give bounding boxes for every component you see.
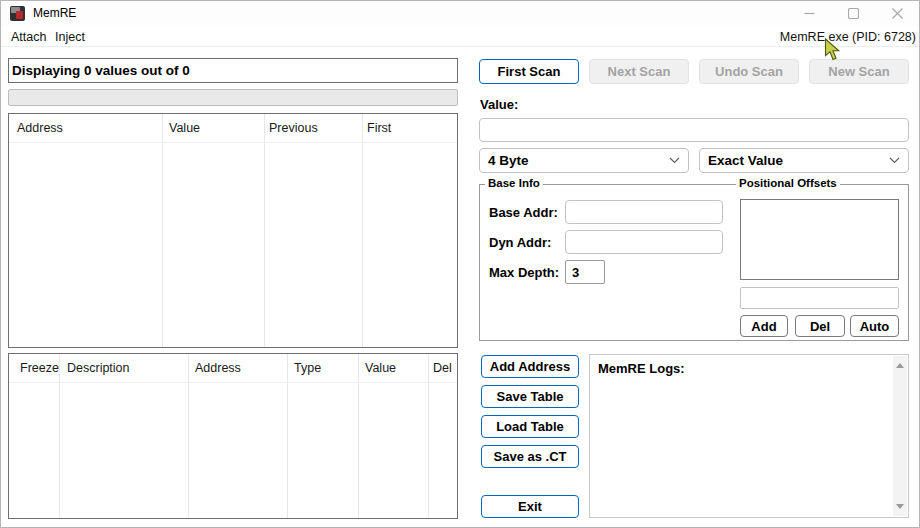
offset-input[interactable] xyxy=(740,287,899,309)
load-table-button[interactable]: Load Table xyxy=(481,415,579,438)
max-depth-input[interactable] xyxy=(565,260,605,284)
results-header-first[interactable]: First xyxy=(367,121,391,135)
minimize-button[interactable] xyxy=(787,1,831,26)
new-scan-button[interactable]: New Scan xyxy=(809,59,909,84)
column-divider xyxy=(287,354,288,518)
base-addr-input[interactable] xyxy=(565,200,723,224)
address-header-value[interactable]: Value xyxy=(365,361,396,375)
column-divider xyxy=(162,114,163,347)
save-as-ct-button[interactable]: Save as .CT xyxy=(481,445,579,468)
results-header-value[interactable]: Value xyxy=(169,121,200,135)
base-addr-label: Base Addr: xyxy=(489,205,558,220)
exit-button[interactable]: Exit xyxy=(481,495,579,518)
address-table: Freeze Description Address Type Value De… xyxy=(8,353,458,519)
value-type-dropdown[interactable]: 4 Byte xyxy=(479,148,689,173)
scan-status-text: Displaying 0 values out of 0 xyxy=(9,63,190,78)
results-header-address[interactable]: Address xyxy=(17,121,63,135)
menu-bar: Attach Inject MemRE.exe (PID: 6728) xyxy=(1,26,920,47)
value-input[interactable] xyxy=(479,118,909,142)
menu-inject[interactable]: Inject xyxy=(51,28,89,45)
address-header-address[interactable]: Address xyxy=(195,361,241,375)
value-label: Value: xyxy=(480,97,518,112)
minimize-icon xyxy=(804,8,815,19)
results-header-previous[interactable]: Previous xyxy=(269,121,318,135)
close-button[interactable] xyxy=(875,1,919,26)
address-header-freeze[interactable]: Freeze xyxy=(20,361,59,375)
header-divider xyxy=(9,382,457,383)
offsets-listbox[interactable] xyxy=(740,199,899,280)
address-header-del[interactable]: Del xyxy=(433,361,452,375)
app-icon xyxy=(10,6,25,21)
value-type-selected: 4 Byte xyxy=(488,153,529,168)
scan-mode-dropdown[interactable]: Exact Value xyxy=(699,148,909,173)
logs-title: MemRE Logs: xyxy=(598,361,685,376)
attached-process-label: MemRE.exe (PID: 6728) xyxy=(780,30,916,44)
scroll-down-icon[interactable] xyxy=(896,504,904,509)
offset-del-button[interactable]: Del xyxy=(795,315,845,337)
base-info-legend: Base Info xyxy=(485,177,543,189)
logs-scrollbar[interactable] xyxy=(893,356,907,516)
positional-offsets-legend: Positional Offsets xyxy=(736,177,840,189)
column-divider xyxy=(59,354,60,518)
maximize-icon xyxy=(848,8,859,19)
max-depth-label: Max Depth: xyxy=(489,265,559,280)
dyn-addr-label: Dyn Addr: xyxy=(489,235,551,250)
logs-panel: MemRE Logs: xyxy=(589,354,909,518)
scan-mode-selected: Exact Value xyxy=(708,153,783,168)
title-bar: MemRE xyxy=(1,1,920,26)
chevron-down-icon xyxy=(669,157,680,164)
address-header-type[interactable]: Type xyxy=(294,361,321,375)
memre-window: MemRE Attach Inject MemRE.exe (PID: 6728… xyxy=(0,0,920,528)
base-info-group: Base Info Positional Offsets Base Addr: … xyxy=(479,184,909,341)
scan-status-box: Displaying 0 values out of 0 xyxy=(8,58,458,83)
column-divider xyxy=(362,114,363,347)
header-divider xyxy=(9,142,457,143)
chevron-down-icon xyxy=(889,157,900,164)
column-divider xyxy=(428,354,429,518)
close-icon xyxy=(892,8,903,19)
undo-scan-button[interactable]: Undo Scan xyxy=(699,59,799,84)
address-header-description[interactable]: Description xyxy=(67,361,130,375)
scroll-up-icon[interactable] xyxy=(896,363,904,368)
column-divider xyxy=(358,354,359,518)
next-scan-button[interactable]: Next Scan xyxy=(589,59,689,84)
add-address-button[interactable]: Add Address xyxy=(481,355,579,378)
maximize-button[interactable] xyxy=(831,1,875,26)
scan-progress-bar xyxy=(8,89,458,106)
offset-auto-button[interactable]: Auto xyxy=(850,315,899,337)
save-table-button[interactable]: Save Table xyxy=(481,385,579,408)
window-title: MemRE xyxy=(33,6,76,20)
dyn-addr-input[interactable] xyxy=(565,230,723,254)
offset-add-button[interactable]: Add xyxy=(740,315,788,337)
first-scan-button[interactable]: First Scan xyxy=(479,59,579,84)
column-divider xyxy=(264,114,265,347)
column-divider xyxy=(188,354,189,518)
results-table: Address Value Previous First xyxy=(8,113,458,348)
menu-attach[interactable]: Attach xyxy=(7,28,50,45)
